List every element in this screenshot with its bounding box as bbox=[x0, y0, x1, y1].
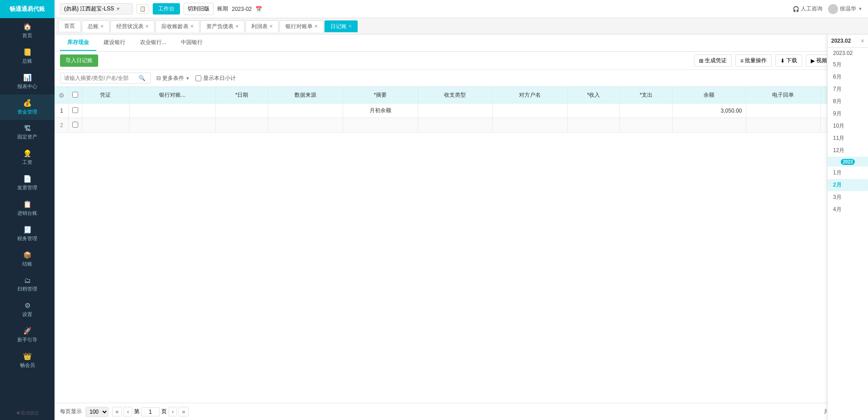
sub-tab-abc[interactable]: 农业银行... bbox=[133, 35, 174, 51]
sidebar-item-close[interactable]: 📦 结账 bbox=[0, 247, 55, 272]
sidebar-collapse-btn[interactable]: ◀ 取消固定 bbox=[0, 406, 55, 420]
download-button[interactable]: ⬇ 下载 bbox=[775, 54, 802, 67]
date-item-8[interactable]: 8月 bbox=[828, 95, 868, 108]
sidebar: 畅通通易代账 🏠 首页 📒 总账 📊 报表中心 💰 资金管理 🏗 固定资产 👷 … bbox=[0, 0, 55, 420]
close-icon[interactable]: × bbox=[269, 23, 273, 30]
tab-journal[interactable]: 日记账 × bbox=[324, 20, 358, 32]
app-logo: 畅通通易代账 bbox=[0, 0, 55, 18]
batch-icon: ≡ bbox=[740, 58, 743, 64]
date-item-feb[interactable]: 2月 bbox=[828, 179, 868, 191]
sidebar-item-salary[interactable]: 👷 工资 bbox=[0, 145, 55, 170]
date-item-11[interactable]: 11月 bbox=[828, 132, 868, 144]
cell-summary-1: 月初余额 bbox=[343, 104, 418, 118]
row-checkbox-1[interactable] bbox=[69, 104, 82, 118]
tab-balance-sheet[interactable]: 资产负债表 × bbox=[200, 20, 244, 32]
ledger-icon: 📒 bbox=[23, 48, 32, 56]
sidebar-item-archive[interactable]: 🗂 归档管理 bbox=[0, 272, 55, 297]
col-date: *日期 bbox=[215, 87, 268, 104]
close-icon[interactable]: × bbox=[349, 23, 352, 30]
col-checkbox[interactable] bbox=[69, 87, 82, 104]
help-btn[interactable]: 🎧 人工咨询 bbox=[793, 5, 823, 13]
calendar-icon[interactable]: 📅 bbox=[255, 6, 262, 12]
col-expense: *支出 bbox=[620, 87, 673, 104]
date-item-mar[interactable]: 3月 bbox=[828, 191, 868, 203]
prev-page-button[interactable]: ‹ bbox=[124, 407, 132, 416]
row-select-checkbox[interactable] bbox=[72, 122, 78, 128]
sidebar-item-invoice[interactable]: 📄 发票管理 bbox=[0, 170, 55, 196]
first-page-button[interactable]: « bbox=[112, 407, 122, 416]
username: 徐温华 bbox=[840, 5, 856, 13]
sidebar-item-settings[interactable]: ⚙ 设置 bbox=[0, 297, 55, 322]
cell-e-receipt-1 bbox=[746, 104, 821, 118]
close-icon[interactable]: × bbox=[314, 23, 318, 30]
import-journal-button[interactable]: 导入日记账 bbox=[60, 54, 98, 67]
reports-icon: 📊 bbox=[23, 74, 32, 82]
download-icon: ⬇ bbox=[780, 58, 785, 64]
date-item-10[interactable]: 10月 bbox=[828, 120, 868, 132]
date-item-2023-02-top[interactable]: 2023.02 bbox=[828, 48, 868, 59]
table-wrap: ⚙ 凭证 银行对账... *日期 数据来源 *摘要 收支类型 对方户名 *收入 … bbox=[55, 87, 868, 403]
date-item-6[interactable]: 6月 bbox=[828, 71, 868, 83]
last-page-button[interactable]: » bbox=[179, 407, 188, 416]
tab-bank-statement[interactable]: 银行对账单 × bbox=[279, 20, 324, 32]
tab-business-status[interactable]: 经营状况表 × bbox=[110, 20, 155, 32]
chevron-down-icon: ▼ bbox=[185, 76, 190, 81]
per-page-select[interactable]: 100 50 200 bbox=[85, 407, 109, 417]
date-year-2023: 2023 bbox=[828, 157, 868, 167]
back-button[interactable]: 切到旧版 bbox=[184, 3, 214, 15]
tab-home[interactable]: 首页 bbox=[58, 20, 81, 32]
date-panel-close-button[interactable]: × bbox=[861, 37, 864, 44]
page-number-input[interactable] bbox=[141, 407, 160, 416]
sub-tab-boc[interactable]: 中国银行 bbox=[174, 35, 210, 51]
row-select-checkbox[interactable] bbox=[72, 107, 78, 113]
sidebar-item-assets[interactable]: 🏗 固定资产 bbox=[0, 120, 55, 145]
cell-date-2 bbox=[215, 118, 268, 133]
sidebar-item-purchase-sales[interactable]: 📋 进销台账 bbox=[0, 196, 55, 221]
sidebar-item-ledger[interactable]: 📒 总账 bbox=[0, 44, 55, 69]
col-settings[interactable]: ⚙ bbox=[55, 87, 69, 104]
sub-tab-ccb[interactable]: 建设银行 bbox=[96, 35, 133, 51]
search-icon[interactable]: 🔍 bbox=[139, 75, 145, 81]
sidebar-item-guide[interactable]: 🚀 新手引导 bbox=[0, 322, 55, 348]
workbench-button[interactable]: 工作台 bbox=[153, 3, 180, 15]
sub-tab-cash[interactable]: 库存现金 bbox=[60, 35, 96, 51]
date-item-7[interactable]: 7月 bbox=[828, 83, 868, 95]
date-item-jan[interactable]: 1月 bbox=[828, 167, 868, 179]
date-item-apr[interactable]: 4月 bbox=[828, 203, 868, 216]
generate-voucher-button[interactable]: ⊞ 生成凭证 bbox=[694, 54, 732, 67]
chevron-down-icon: ▼ bbox=[116, 6, 120, 11]
gear-button[interactable]: ⚙ bbox=[59, 92, 65, 99]
close-icon[interactable]: × bbox=[145, 23, 149, 30]
next-page-button[interactable]: › bbox=[169, 407, 177, 416]
batch-operation-button[interactable]: ≡ 批量操作 bbox=[735, 54, 772, 67]
close-icon[interactable]: × bbox=[235, 23, 239, 30]
headset-icon: 🎧 bbox=[793, 6, 799, 12]
date-item-5[interactable]: 5月 bbox=[828, 59, 868, 71]
sidebar-item-reports[interactable]: 📊 报表中心 bbox=[0, 69, 55, 94]
table-row: 1 月初余额 3,050.00 bbox=[55, 104, 868, 118]
close-icon[interactable]: × bbox=[100, 23, 104, 30]
sidebar-item-funds[interactable]: 💰 资金管理 bbox=[0, 94, 55, 120]
tab-receivables-aging[interactable]: 应收账龄表 × bbox=[155, 20, 200, 32]
main-area: (勿易) 江西超宝-LSS ▼ 📋 工作台 切到旧版 账期 2023-02 📅 … bbox=[55, 0, 868, 420]
show-daily-checkbox-label[interactable]: 显示本日小计 bbox=[195, 74, 236, 82]
sidebar-item-home[interactable]: 🏠 首页 bbox=[0, 18, 55, 44]
date-panel-header: 2023.02 × bbox=[828, 35, 868, 48]
tab-general-ledger[interactable]: 总账 × bbox=[82, 20, 110, 32]
close-icon[interactable]: × bbox=[190, 23, 194, 30]
tab-profit-loss[interactable]: 利润表 × bbox=[245, 20, 279, 32]
pagination-bar: 每页显示 100 50 200 « ‹ 第 页 › » 共0页，0条记录 bbox=[55, 403, 868, 420]
date-item-9[interactable]: 9月 bbox=[828, 108, 868, 120]
row-checkbox-2[interactable] bbox=[69, 118, 82, 133]
more-filter-btn[interactable]: ⊟ 更多条件 ▼ bbox=[156, 74, 190, 82]
sub-tab-bar: 库存现金 建设银行 农业银行... 中国银行 bbox=[55, 35, 868, 52]
company-selector[interactable]: (勿易) 江西超宝-LSS ▼ bbox=[60, 3, 133, 15]
user-info[interactable]: 徐温华 ▼ bbox=[828, 4, 863, 14]
show-daily-checkbox[interactable] bbox=[195, 75, 201, 81]
search-input[interactable] bbox=[64, 75, 137, 81]
date-item-12[interactable]: 12月 bbox=[828, 144, 868, 157]
sidebar-item-vip[interactable]: 👑 畅会员 bbox=[0, 348, 55, 373]
sidebar-item-tax[interactable]: 🧾 税务管理 bbox=[0, 221, 55, 247]
copy-button[interactable]: 📋 bbox=[136, 4, 149, 14]
select-all-checkbox[interactable] bbox=[72, 92, 78, 98]
